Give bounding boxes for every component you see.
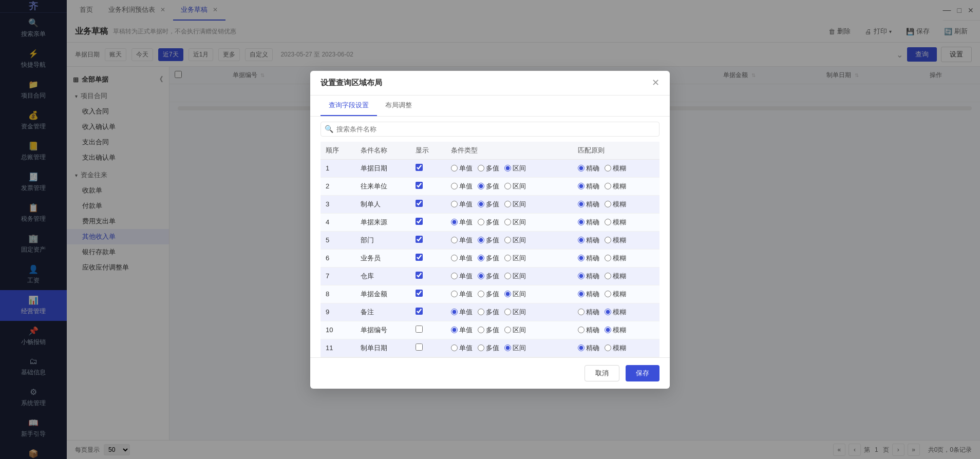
range-radio[interactable] [504,237,511,243]
row-condition-type[interactable]: 单值 多值 区间 [446,285,573,303]
fuzzy-radio-label[interactable]: 模糊 [605,254,626,263]
display-checkbox[interactable] [416,272,423,279]
multi-radio[interactable] [478,309,484,315]
range-radio-label[interactable]: 区间 [504,182,526,191]
single-radio[interactable] [451,255,458,261]
row-match-principle[interactable]: 精确 模糊 [573,177,659,195]
multi-radio[interactable] [478,291,484,297]
exact-radio[interactable] [578,165,585,171]
exact-radio-label[interactable]: 精确 [578,200,599,209]
range-radio[interactable] [504,255,511,261]
display-checkbox[interactable] [416,290,423,297]
row-condition-type[interactable]: 单值 多值 区间 [446,159,573,177]
exact-radio-label[interactable]: 精确 [578,254,599,263]
range-radio[interactable] [504,345,511,351]
row-condition-type[interactable]: 单值 多值 区间 [446,339,573,357]
exact-radio[interactable] [578,309,585,315]
fuzzy-radio[interactable] [605,309,611,315]
range-radio-label[interactable]: 区间 [504,343,526,353]
single-radio-label[interactable]: 单值 [451,272,473,281]
multi-radio-label[interactable]: 多值 [478,308,499,317]
row-display[interactable] [410,231,445,249]
range-radio[interactable] [504,165,511,171]
modal-tab-fields[interactable]: 查询字段设置 [321,95,377,116]
single-radio-label[interactable]: 单值 [451,343,473,353]
row-match-principle[interactable]: 精确 模糊 [573,285,659,303]
display-checkbox[interactable] [416,254,423,261]
range-radio[interactable] [504,219,511,225]
row-condition-type[interactable]: 单值 多值 区间 [446,231,573,249]
single-radio-label[interactable]: 单值 [451,236,473,245]
multi-radio-label[interactable]: 多值 [478,343,499,353]
multi-radio-label[interactable]: 多值 [478,164,499,173]
range-radio-label[interactable]: 区间 [504,164,526,173]
fuzzy-radio-label[interactable]: 模糊 [605,290,626,299]
single-radio[interactable] [451,237,458,243]
display-checkbox[interactable] [416,308,423,315]
row-display[interactable] [410,249,445,267]
range-radio[interactable] [504,291,511,297]
row-match-principle[interactable]: 精确 模糊 [573,267,659,285]
single-radio-label[interactable]: 单值 [451,200,473,209]
fuzzy-radio-label[interactable]: 模糊 [605,272,626,281]
exact-radio[interactable] [578,273,585,279]
exact-radio[interactable] [578,201,585,207]
display-checkbox[interactable] [416,236,423,243]
row-condition-type[interactable]: 单值 多值 区间 [446,213,573,231]
fuzzy-radio-label[interactable]: 模糊 [605,218,626,227]
range-radio-label[interactable]: 区间 [504,326,526,335]
single-radio[interactable] [451,273,458,279]
fuzzy-radio-label[interactable]: 模糊 [605,182,626,191]
fuzzy-radio[interactable] [605,255,611,261]
range-radio[interactable] [504,183,511,189]
row-condition-type[interactable]: 单值 多值 区间 [446,267,573,285]
multi-radio[interactable] [478,201,484,207]
single-radio-label[interactable]: 单值 [451,218,473,227]
range-radio[interactable] [504,309,511,315]
row-match-principle[interactable]: 精确 模糊 [573,213,659,231]
multi-radio[interactable] [478,183,484,189]
display-checkbox[interactable] [416,218,423,225]
modal-save-button[interactable]: 保存 [626,365,659,381]
row-display[interactable] [410,339,445,357]
row-condition-type[interactable]: 单值 多值 区间 [446,321,573,339]
exact-radio-label[interactable]: 精确 [578,164,599,173]
fuzzy-radio[interactable] [605,273,611,279]
exact-radio-label[interactable]: 精确 [578,236,599,245]
single-radio[interactable] [451,219,458,225]
fuzzy-radio[interactable] [605,183,611,189]
fuzzy-radio[interactable] [605,201,611,207]
range-radio-label[interactable]: 区间 [504,236,526,245]
fuzzy-radio[interactable] [605,345,611,351]
range-radio[interactable] [504,273,511,279]
single-radio-label[interactable]: 单值 [451,290,473,299]
multi-radio[interactable] [478,165,484,171]
exact-radio[interactable] [578,237,585,243]
fuzzy-radio-label[interactable]: 模糊 [605,200,626,209]
exact-radio-label[interactable]: 精确 [578,326,599,335]
modal-tab-layout[interactable]: 布局调整 [377,95,420,116]
row-display[interactable] [410,177,445,195]
fuzzy-radio[interactable] [605,165,611,171]
modal-cancel-button[interactable]: 取消 [585,365,619,381]
fuzzy-radio-label[interactable]: 模糊 [605,236,626,245]
row-match-principle[interactable]: 精确 模糊 [573,159,659,177]
row-display[interactable] [410,195,445,213]
fuzzy-radio-label[interactable]: 模糊 [605,308,626,317]
multi-radio[interactable] [478,327,484,333]
fuzzy-radio[interactable] [605,327,611,333]
multi-radio-label[interactable]: 多值 [478,326,499,335]
modal-overlay[interactable]: 设置查询区域布局 ✕ 查询字段设置 布局调整 🔍 [0,0,980,459]
exact-radio-label[interactable]: 精确 [578,272,599,281]
multi-radio-label[interactable]: 多值 [478,182,499,191]
fuzzy-radio[interactable] [605,291,611,297]
single-radio[interactable] [451,327,458,333]
display-checkbox[interactable] [416,200,423,207]
fuzzy-radio-label[interactable]: 模糊 [605,343,626,353]
display-checkbox[interactable] [416,326,423,333]
range-radio[interactable] [504,327,511,333]
multi-radio[interactable] [478,255,484,261]
row-display[interactable] [410,303,445,321]
multi-radio-label[interactable]: 多值 [478,200,499,209]
row-match-principle[interactable]: 精确 模糊 [573,321,659,339]
